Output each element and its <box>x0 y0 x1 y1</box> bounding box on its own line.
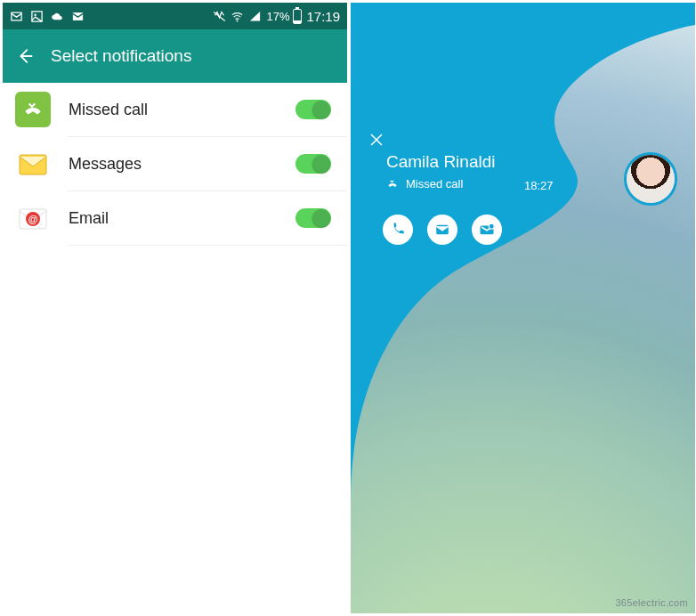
missed-call-icon <box>15 92 51 127</box>
envelope-icon <box>434 222 450 238</box>
phone-icon <box>390 222 406 238</box>
divider <box>67 245 347 246</box>
setting-row-email[interactable]: @ Email <box>3 191 347 245</box>
toggle-switch[interactable] <box>295 208 331 228</box>
toggle-switch[interactable] <box>295 100 331 119</box>
cloud-notif-icon <box>51 10 64 23</box>
edge-popup: Camila Rinaldi Missed call 18:27 <box>351 3 695 29</box>
signal-icon <box>248 10 262 23</box>
sub-label: Missed call <box>406 177 463 190</box>
action-row <box>383 215 502 245</box>
email-icon: @ <box>15 200 51 236</box>
svg-point-2 <box>34 13 36 16</box>
avatar-image <box>627 155 675 203</box>
svg-line-4 <box>214 12 226 20</box>
mail2-notif-icon <box>71 10 85 23</box>
edge-curve-shape <box>351 3 695 613</box>
close-icon[interactable] <box>368 132 384 148</box>
sub-line: Missed call <box>386 177 463 190</box>
email-button[interactable] <box>472 215 502 245</box>
status-bar: 17% 17:19 <box>3 3 347 29</box>
setting-label: Missed call <box>69 101 278 119</box>
clock-label: 17:19 <box>306 9 340 24</box>
contact-avatar[interactable] <box>624 152 677 206</box>
setting-row-missed-call[interactable]: Missed call <box>3 83 347 136</box>
wifi-icon <box>231 10 244 23</box>
vibrate-icon <box>213 10 226 23</box>
edge-screen: Camila Rinaldi Missed call 18:27 365elec… <box>351 3 695 613</box>
image-notif-icon <box>30 10 44 23</box>
settings-screen: 17% 17:19 Select notifications Missed ca… <box>3 3 347 613</box>
setting-label: Messages <box>69 155 278 174</box>
toggle-switch[interactable] <box>295 154 331 174</box>
app-bar-title: Select notifications <box>51 46 191 66</box>
sub-time: 18:27 <box>524 179 554 192</box>
svg-point-5 <box>237 20 239 21</box>
setting-row-messages[interactable]: Messages <box>3 137 347 190</box>
battery-indicator: 17% <box>266 9 302 24</box>
battery-icon <box>293 9 302 24</box>
messages-icon <box>15 146 51 182</box>
contact-name: Camila Rinaldi <box>386 152 496 172</box>
call-button[interactable] <box>383 215 413 245</box>
battery-percent-label: 17% <box>266 10 289 23</box>
email-action-icon <box>479 222 495 238</box>
app-bar: Select notifications <box>3 29 347 83</box>
svg-text:@: @ <box>28 214 38 224</box>
mail-notif-icon <box>10 10 23 23</box>
message-button[interactable] <box>427 215 457 245</box>
watermark-label: 365electric.com <box>615 597 688 608</box>
svg-point-12 <box>489 223 494 229</box>
missed-call-small-icon <box>386 178 399 190</box>
back-icon[interactable] <box>15 46 35 66</box>
setting-label: Email <box>69 209 278 228</box>
settings-list: Missed call Messages @ <box>3 83 347 246</box>
